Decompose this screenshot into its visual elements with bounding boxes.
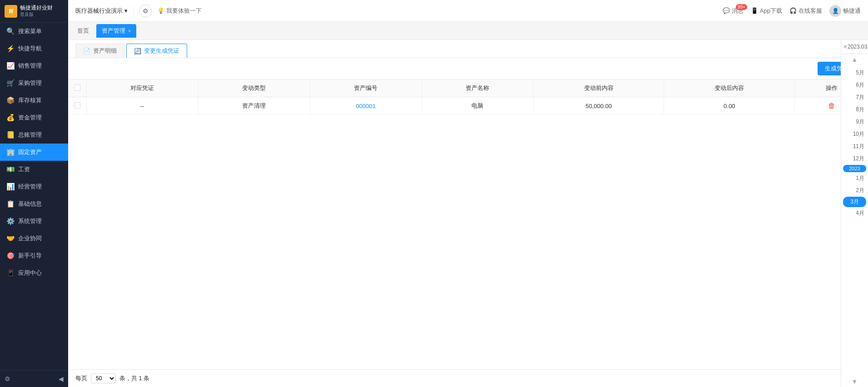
select-all-checkbox[interactable] xyxy=(74,84,80,91)
table-header: 对应凭证 变动类型 资产编号 资产名称 变动前内容 变动后内容 操作 xyxy=(68,79,868,97)
page-size-select[interactable]: 50 10 20 100 xyxy=(91,373,116,383)
th-voucher: 对应凭证 xyxy=(86,79,198,97)
sidebar-label-enterprise: 企业协同 xyxy=(18,234,42,243)
timeline-month-8[interactable]: 8月 xyxy=(841,104,868,116)
tab-home[interactable]: 首页 xyxy=(72,24,94,38)
sidebar-label-system: 系统管理 xyxy=(18,217,42,225)
row-checkbox-cell xyxy=(68,97,86,115)
timeline-scroll-down-button[interactable]: ▼ xyxy=(841,376,868,387)
row-checkbox[interactable] xyxy=(74,102,80,109)
sidebar-item-operation[interactable]: 📊 经营管理 xyxy=(0,178,68,195)
timeline-month-7[interactable]: 7月 xyxy=(841,91,868,104)
online-service-label: 在线客服 xyxy=(799,7,822,15)
service-icon: 🎧 xyxy=(789,7,797,14)
avatar: 👤 xyxy=(829,5,841,17)
company-selector[interactable]: 医疗器械行业演示 ▾ xyxy=(75,7,128,15)
sidebar-item-enterprise[interactable]: 🤝 企业协同 xyxy=(0,230,68,247)
sidebar-item-sales[interactable]: 📈 销售管理 xyxy=(0,57,68,74)
timeline-scroll-up-button[interactable]: ▲ xyxy=(841,54,868,65)
app-logo-text: 畅捷通好业财 普及版 xyxy=(20,5,53,18)
messages-button[interactable]: 💬 消息 99+ xyxy=(723,7,744,15)
timeline-month-1[interactable]: 1月 xyxy=(841,172,868,184)
avatar-icon: 👤 xyxy=(832,8,839,14)
sidebar-bottom: ⚙ ◀ xyxy=(0,370,68,387)
pagination-bar: 每页 50 10 20 100 条，共 1 条 xyxy=(68,369,868,387)
delete-row-icon[interactable]: 🗑 xyxy=(828,102,835,109)
tab-asset-management[interactable]: 资产管理 × xyxy=(96,24,136,38)
tab-active-label: 资产管理 xyxy=(102,27,125,35)
cell-asset-name: 电脑 xyxy=(422,97,533,115)
sub-tab-asset-detail-label: 资产明细 xyxy=(93,47,117,55)
experience-button[interactable]: 💡 我要体验一下 xyxy=(157,7,202,15)
sidebar: 财 畅捷通好业财 普及版 🔍 搜索菜单 ⚡ 快捷导航 📈 销售管理 🛒 采购管理… xyxy=(0,0,68,387)
th-change-type: 变动类型 xyxy=(198,79,310,97)
sidebar-item-guide[interactable]: 🎯 新手引导 xyxy=(0,247,68,264)
sub-tab-asset-detail[interactable]: 📄 资产明细 xyxy=(75,44,124,58)
username: 畅捷通 xyxy=(843,7,861,15)
sidebar-icon-quick-nav: ⚡ xyxy=(6,45,15,53)
cell-asset-code[interactable]: 000001 xyxy=(310,97,422,115)
sidebar-icon-system: ⚙️ xyxy=(6,217,15,225)
sidebar-label-inventory: 库存核算 xyxy=(18,96,42,104)
timeline-month-3-active[interactable]: 3月 xyxy=(843,197,866,207)
experience-icon: 💡 xyxy=(157,7,164,14)
sidebar-item-search[interactable]: 🔍 搜索菜单 xyxy=(0,23,68,40)
sidebar-icon-fund: 💰 xyxy=(6,114,15,122)
th-asset-name: 资产名称 xyxy=(422,79,533,97)
content-area: 📄 资产明细 🔄 变更生成凭证 生成凭证 ▾ xyxy=(68,40,868,387)
asset-detail-icon: 📄 xyxy=(83,48,90,55)
topbar: 医疗器械行业演示 ▾ ⚙ 💡 我要体验一下 💬 消息 99+ 📱 App下载 🎧… xyxy=(68,0,868,22)
sidebar-icon-basic: 📋 xyxy=(6,200,15,208)
sidebar-item-appstore[interactable]: 📱 应用中心 xyxy=(0,264,68,282)
right-panel: ✕ 2023.03 ⤢ ▲ 5月 6月 7月 8月 9月 10月 11月 12月… xyxy=(841,40,868,387)
sidebar-label-search: 搜索菜单 xyxy=(18,27,42,35)
tab-close-icon[interactable]: × xyxy=(128,28,131,34)
sidebar-label-ledger: 总账管理 xyxy=(18,131,42,139)
sidebar-icon-sales: 📈 xyxy=(6,62,15,70)
sidebar-item-inventory[interactable]: 📦 库存核算 xyxy=(0,92,68,109)
sidebar-item-system[interactable]: ⚙️ 系统管理 xyxy=(0,213,68,230)
timeline-month-12[interactable]: 12月 xyxy=(841,153,868,165)
timeline-month-2[interactable]: 2月 xyxy=(841,184,868,197)
th-asset-code: 资产编号 xyxy=(310,79,422,97)
timeline-month-4[interactable]: 4月 xyxy=(841,207,868,219)
app-download-button[interactable]: 📱 App下载 xyxy=(751,7,782,15)
sidebar-label-salary: 工资 xyxy=(18,165,30,174)
timeline-month-5[interactable]: 5月 xyxy=(841,67,868,79)
sidebar-item-salary[interactable]: 💵 工资 xyxy=(0,161,68,178)
timeline-year-2023[interactable]: 2023 xyxy=(843,165,866,172)
sidebar-label-quick-nav: 快捷导航 xyxy=(18,45,42,53)
settings-icon[interactable]: ⚙ xyxy=(5,375,10,382)
timeline-month-9[interactable]: 9月 xyxy=(841,116,868,128)
sidebar-item-purchase[interactable]: 🛒 采购管理 xyxy=(0,74,68,92)
th-before-change: 变动前内容 xyxy=(533,79,664,97)
sidebar-label-basic: 基础信息 xyxy=(18,200,42,208)
gear-icon: ⚙ xyxy=(143,7,149,15)
company-name: 医疗器械行业演示 xyxy=(75,7,123,15)
tabs-row: 首页 资产管理 × xyxy=(68,22,868,40)
data-table: 对应凭证 变动类型 资产编号 资产名称 变动前内容 变动后内容 操作 xyxy=(68,79,868,115)
messages-badge: 99+ xyxy=(736,4,747,10)
right-panel-close-icon[interactable]: ✕ xyxy=(843,44,848,50)
user-profile[interactable]: 👤 畅捷通 xyxy=(829,5,861,17)
sidebar-label-fixed-assets: 固定资产 xyxy=(18,148,42,156)
sub-tab-change-voucher[interactable]: 🔄 变更生成凭证 xyxy=(126,44,187,58)
collapse-sidebar-icon[interactable]: ◀ xyxy=(59,375,64,382)
timeline-month-10[interactable]: 10月 xyxy=(841,128,868,140)
th-checkbox xyxy=(68,79,86,97)
sidebar-icon-purchase: 🛒 xyxy=(6,79,15,87)
cell-change-type: 资产清理 xyxy=(198,97,310,115)
sidebar-menu: 🔍 搜索菜单 ⚡ 快捷导航 📈 销售管理 🛒 采购管理 📦 库存核算 💰 资金管… xyxy=(0,23,68,370)
sidebar-item-ledger[interactable]: 📒 总账管理 xyxy=(0,126,68,144)
timeline-month-11[interactable]: 11月 xyxy=(841,140,868,153)
sidebar-item-quick-nav[interactable]: ⚡ 快捷导航 xyxy=(0,40,68,57)
online-service-button[interactable]: 🎧 在线客服 xyxy=(789,7,822,15)
sidebar-item-fixed-assets[interactable]: 🏢 固定资产 xyxy=(0,144,68,161)
sidebar-label-appstore: 应用中心 xyxy=(18,269,42,277)
topbar-settings-button[interactable]: ⚙ xyxy=(139,5,152,17)
timeline-month-6[interactable]: 6月 xyxy=(841,79,868,91)
sidebar-item-fund[interactable]: 💰 资金管理 xyxy=(0,109,68,126)
right-panel-header: ✕ 2023.03 ⤢ xyxy=(841,40,868,54)
sidebar-item-basic[interactable]: 📋 基础信息 xyxy=(0,195,68,213)
main-area: 医疗器械行业演示 ▾ ⚙ 💡 我要体验一下 💬 消息 99+ 📱 App下载 🎧… xyxy=(68,0,868,387)
